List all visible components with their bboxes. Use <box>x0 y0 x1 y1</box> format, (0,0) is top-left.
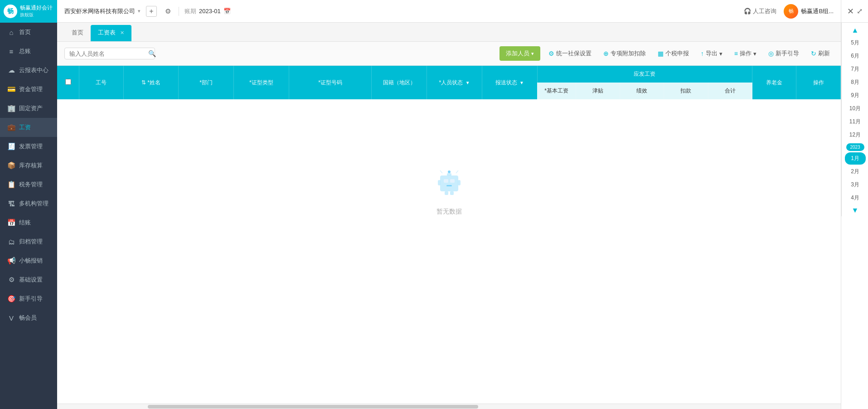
sidebar-item-salary[interactable]: 💼 工资 <box>0 118 57 137</box>
tab-salary[interactable]: 工资表 ✕ <box>91 25 131 41</box>
company-name: 西安虾米网络科技有限公司 <box>64 7 135 15</box>
empty-state: 暂无数据 <box>57 99 841 281</box>
add-person-button[interactable]: 添加人员 ▾ <box>499 46 540 61</box>
sidebar-item-home[interactable]: ⌂ 首页 <box>0 23 57 42</box>
th-region: 国籍（地区） <box>372 66 427 99</box>
svg-rect-8 <box>447 173 451 176</box>
horizontal-scrollbar[interactable] <box>57 404 841 409</box>
scroll-thumb[interactable] <box>148 405 478 409</box>
svg-line-11 <box>456 170 458 173</box>
table-wrap: 工号 ⇅ *姓名 *部门 *证型类型 *证型号码 国籍（地区） *人员状态 ▼ … <box>57 66 841 404</box>
calendar-month-4[interactable]: 4月 <box>845 192 866 204</box>
calendar-month-5[interactable]: 5月 <box>845 37 866 49</box>
sidebar-item-invoice[interactable]: 🧾 发票管理 <box>0 137 57 156</box>
settings-icon: ⚙ <box>7 276 15 284</box>
add-company-button[interactable]: + <box>146 6 157 17</box>
calendar-icon[interactable]: 📅 <box>223 8 231 15</box>
guide-button[interactable]: ◎ 新手引导 <box>765 48 803 59</box>
tax-icon: 📋 <box>7 180 15 189</box>
social-label: 统一社保设置 <box>556 49 592 58</box>
close-icon[interactable]: ✕ <box>847 6 854 16</box>
sidebar-item-archive[interactable]: 🗂 归档管理 <box>0 232 57 251</box>
svg-rect-0 <box>440 175 458 191</box>
sidebar-item-label: 工资 <box>19 123 31 131</box>
search-wrap[interactable]: 🔍 <box>64 48 155 59</box>
th-id: 工号 <box>79 66 123 99</box>
sidebar-item-guide[interactable]: 🎯 新手引导 <box>0 289 57 308</box>
calendar-nav-up[interactable]: ▲ <box>850 24 861 36</box>
svg-rect-5 <box>458 180 461 185</box>
sidebar-item-inventory[interactable]: 📦 库存核算 <box>0 156 57 175</box>
calendar-month-12[interactable]: 12月 <box>845 129 866 141</box>
assets-icon: 🏢 <box>7 104 15 112</box>
archive-icon: 🗂 <box>7 238 15 246</box>
calendar-year-2023: 2023 <box>846 143 864 151</box>
chevron-down-icon: ▾ <box>531 51 534 57</box>
calendar-month-9[interactable]: 9月 <box>845 89 866 102</box>
period-selector[interactable]: 账期 2023-01 📅 <box>184 7 231 15</box>
calendar-nav-down[interactable]: ▼ <box>850 204 861 216</box>
th-yingfa: 应发工资 <box>537 66 752 83</box>
search-input[interactable] <box>69 50 145 57</box>
calendar-month-6[interactable]: 6月 <box>845 50 866 62</box>
expand-icon[interactable]: ⤢ <box>857 7 863 15</box>
refresh-icon: ↻ <box>811 50 816 57</box>
calendar-month-8[interactable]: 8月 <box>845 76 866 88</box>
th-checkbox[interactable] <box>57 66 79 99</box>
sidebar-item-label: 资金管理 <box>19 85 43 93</box>
calendar-month-10[interactable]: 10月 <box>845 102 866 115</box>
sidebar-item-expense[interactable]: 📢 小畅报销 <box>0 251 57 270</box>
sidebar-item-assets[interactable]: 🏢 固定资产 <box>0 99 57 118</box>
social-security-settings[interactable]: ⚙ 统一社保设置 <box>545 48 595 59</box>
tabs-bar: 首页 工资表 ✕ <box>57 23 841 42</box>
salary-icon: 💼 <box>7 123 15 131</box>
calendar-month-2[interactable]: 2月 <box>845 166 866 178</box>
filter-icon[interactable]: ▼ <box>519 80 524 85</box>
select-all-checkbox[interactable] <box>65 79 71 85</box>
calendar-month-11[interactable]: 11月 <box>845 116 866 128</box>
sidebar-item-cloud-report[interactable]: ☁ 云报表中心 <box>0 61 57 80</box>
user-menu[interactable]: 畅 畅赢通B组... <box>784 4 834 19</box>
sidebar-item-tax[interactable]: 📋 税务管理 <box>0 175 57 194</box>
sidebar-item-close-account[interactable]: 📅 结账 <box>0 213 57 232</box>
content-area: 🔍 添加人员 ▾ ⚙ 统一社保设置 ⊕ 专项附加扣除 ▦ 个税申报 <box>57 42 841 409</box>
refresh-button[interactable]: ↻ 刷新 <box>807 48 834 59</box>
logo-text: 畅赢通好会计 <box>20 5 53 12</box>
deduction-icon: ⊕ <box>603 50 609 57</box>
filter-icon[interactable]: ▼ <box>466 80 470 85</box>
svg-rect-7 <box>450 191 454 195</box>
tab-home[interactable]: 首页 <box>64 25 91 41</box>
calendar-month-1[interactable]: 1月 <box>845 152 866 165</box>
sidebar-item-vip[interactable]: V 畅会员 <box>0 308 57 327</box>
period-label: 账期 <box>184 7 196 15</box>
special-deduction[interactable]: ⊕ 专项附加扣除 <box>600 48 650 59</box>
calendar-month-7[interactable]: 7月 <box>845 63 866 75</box>
sidebar-item-ledger[interactable]: ≡ 总账 <box>0 42 57 61</box>
avatar: 畅 <box>784 4 798 19</box>
main-area: 西安虾米网络科技有限公司 ▾ + ⚙ 账期 2023-01 📅 🎧 人工咨询 畅… <box>57 0 841 409</box>
sidebar-item-fund[interactable]: 💳 资金管理 <box>0 80 57 99</box>
individual-tax[interactable]: ▦ 个税申报 <box>654 48 693 59</box>
sidebar-item-settings[interactable]: ⚙ 基础设置 <box>0 270 57 289</box>
sidebar-item-label: 结账 <box>19 219 31 227</box>
sidebar-item-label: 新手引导 <box>19 295 43 303</box>
cloud-icon: ☁ <box>7 66 15 74</box>
service-button[interactable]: 🎧 人工咨询 <box>744 7 776 15</box>
org-icon: 🏗 <box>7 200 15 208</box>
export-icon: ↑ <box>701 50 704 57</box>
company-selector[interactable]: 西安虾米网络科技有限公司 ▾ <box>64 7 141 15</box>
operations-button[interactable]: ≡ 操作 ▾ <box>731 48 760 59</box>
svg-rect-2 <box>450 179 455 183</box>
export-button[interactable]: ↑ 导出 ▾ <box>697 48 726 59</box>
toolbar-right: 添加人员 ▾ ⚙ 统一社保设置 ⊕ 专项附加扣除 ▦ 个税申报 ↑ 导出 <box>499 46 834 61</box>
th-report: 报送状态 ▼ <box>482 66 537 99</box>
company-settings-button[interactable]: ⚙ <box>162 6 173 17</box>
invoice-icon: 🧾 <box>7 142 15 151</box>
refresh-label: 刷新 <box>818 49 830 58</box>
sidebar-item-multi-org[interactable]: 🏗 多机构管理 <box>0 194 57 213</box>
topbar: 西安虾米网络科技有限公司 ▾ + ⚙ 账期 2023-01 📅 🎧 人工咨询 畅… <box>57 0 841 23</box>
calendar-month-3[interactable]: 3月 <box>845 179 866 191</box>
th-name: ⇅ *姓名 <box>123 66 179 99</box>
tab-close-icon[interactable]: ✕ <box>120 30 124 35</box>
sidebar-item-label: 多机构管理 <box>19 200 48 208</box>
